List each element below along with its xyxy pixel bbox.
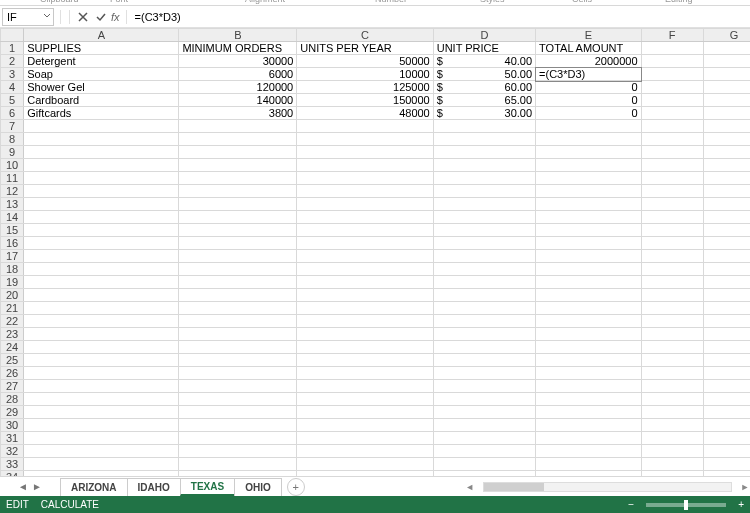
cell[interactable] bbox=[536, 341, 641, 354]
cell[interactable] bbox=[24, 263, 179, 276]
cell[interactable] bbox=[536, 224, 641, 237]
cell[interactable] bbox=[703, 133, 750, 146]
sheet-next-icon[interactable]: ► bbox=[32, 481, 42, 492]
cell[interactable] bbox=[536, 159, 641, 172]
cell[interactable] bbox=[179, 172, 297, 185]
cell[interactable] bbox=[703, 289, 750, 302]
cell[interactable] bbox=[536, 367, 641, 380]
cell[interactable] bbox=[433, 159, 535, 172]
col-header[interactable]: C bbox=[297, 29, 433, 42]
cell[interactable]: Shower Gel bbox=[24, 81, 179, 94]
cell[interactable]: 0 bbox=[536, 81, 641, 94]
cell[interactable] bbox=[179, 380, 297, 393]
cell[interactable] bbox=[703, 341, 750, 354]
cell[interactable] bbox=[297, 432, 433, 445]
cell[interactable] bbox=[433, 302, 535, 315]
cell[interactable] bbox=[179, 432, 297, 445]
cell[interactable] bbox=[641, 211, 703, 224]
name-box[interactable]: IF bbox=[2, 8, 54, 26]
cell[interactable] bbox=[24, 120, 179, 133]
cell[interactable] bbox=[641, 302, 703, 315]
cell[interactable] bbox=[24, 172, 179, 185]
cell[interactable]: 48000 bbox=[297, 107, 433, 120]
cell[interactable] bbox=[536, 263, 641, 276]
cell[interactable] bbox=[24, 393, 179, 406]
cell[interactable] bbox=[297, 328, 433, 341]
cell[interactable]: 0 bbox=[536, 94, 641, 107]
cell[interactable] bbox=[24, 341, 179, 354]
row-header[interactable]: 25 bbox=[1, 354, 24, 367]
cell[interactable]: $65.00 bbox=[433, 94, 535, 107]
cell[interactable] bbox=[703, 458, 750, 471]
cell[interactable] bbox=[297, 406, 433, 419]
cell[interactable] bbox=[179, 276, 297, 289]
cell[interactable] bbox=[641, 341, 703, 354]
cell[interactable] bbox=[703, 42, 750, 55]
cell-editing[interactable]: =(C3*D3) bbox=[536, 68, 641, 81]
cell[interactable] bbox=[703, 211, 750, 224]
cell[interactable] bbox=[703, 393, 750, 406]
row-header[interactable]: 22 bbox=[1, 315, 24, 328]
cell[interactable]: 125000 bbox=[297, 81, 433, 94]
cell[interactable] bbox=[297, 237, 433, 250]
cell[interactable] bbox=[433, 432, 535, 445]
cell[interactable] bbox=[24, 328, 179, 341]
cell[interactable]: $50.00 bbox=[433, 68, 535, 81]
cell[interactable]: 50000 bbox=[297, 55, 433, 68]
col-header[interactable]: B bbox=[179, 29, 297, 42]
cell[interactable] bbox=[703, 419, 750, 432]
cell[interactable]: Cardboard bbox=[24, 94, 179, 107]
cell[interactable] bbox=[703, 250, 750, 263]
cell[interactable] bbox=[433, 419, 535, 432]
cell[interactable] bbox=[433, 172, 535, 185]
cell[interactable] bbox=[24, 471, 179, 477]
cell[interactable] bbox=[536, 198, 641, 211]
cell[interactable] bbox=[297, 458, 433, 471]
cell[interactable] bbox=[536, 354, 641, 367]
cell[interactable] bbox=[179, 419, 297, 432]
cell[interactable] bbox=[641, 68, 703, 81]
cell[interactable]: $30.00 bbox=[433, 107, 535, 120]
cell[interactable] bbox=[179, 406, 297, 419]
cell[interactable] bbox=[24, 146, 179, 159]
cell[interactable] bbox=[179, 224, 297, 237]
spreadsheet-grid[interactable]: A B C D E F G H I J K L M N 1SUPPLIESMIN… bbox=[0, 28, 750, 476]
cell[interactable] bbox=[24, 289, 179, 302]
cell[interactable] bbox=[297, 302, 433, 315]
cell[interactable] bbox=[433, 445, 535, 458]
cell[interactable] bbox=[297, 172, 433, 185]
row-header[interactable]: 26 bbox=[1, 367, 24, 380]
cell[interactable] bbox=[536, 302, 641, 315]
cell[interactable] bbox=[179, 146, 297, 159]
cell[interactable] bbox=[641, 107, 703, 120]
col-header[interactable]: E bbox=[536, 29, 641, 42]
fx-icon[interactable]: fx bbox=[111, 11, 120, 23]
cell[interactable] bbox=[641, 120, 703, 133]
cell[interactable]: 150000 bbox=[297, 94, 433, 107]
new-sheet-button[interactable]: + bbox=[287, 478, 305, 496]
cell[interactable] bbox=[703, 185, 750, 198]
cell[interactable] bbox=[641, 289, 703, 302]
cell[interactable]: 2000000 bbox=[536, 55, 641, 68]
cell[interactable] bbox=[703, 68, 750, 81]
sheet-tab-ohio[interactable]: OHIO bbox=[234, 478, 282, 496]
cell[interactable]: Giftcards bbox=[24, 107, 179, 120]
cell[interactable] bbox=[536, 471, 641, 477]
cell[interactable] bbox=[703, 172, 750, 185]
cell[interactable] bbox=[297, 120, 433, 133]
cell[interactable] bbox=[24, 406, 179, 419]
cell[interactable] bbox=[641, 81, 703, 94]
cell[interactable] bbox=[641, 458, 703, 471]
cell[interactable] bbox=[641, 263, 703, 276]
cell[interactable] bbox=[24, 237, 179, 250]
row-header[interactable]: 8 bbox=[1, 133, 24, 146]
cell[interactable] bbox=[179, 159, 297, 172]
cell[interactable] bbox=[179, 367, 297, 380]
cell[interactable] bbox=[703, 328, 750, 341]
cell[interactable] bbox=[433, 198, 535, 211]
cell[interactable] bbox=[703, 237, 750, 250]
cell[interactable] bbox=[24, 198, 179, 211]
cell[interactable] bbox=[297, 250, 433, 263]
cell[interactable] bbox=[703, 471, 750, 477]
row-header[interactable]: 10 bbox=[1, 159, 24, 172]
